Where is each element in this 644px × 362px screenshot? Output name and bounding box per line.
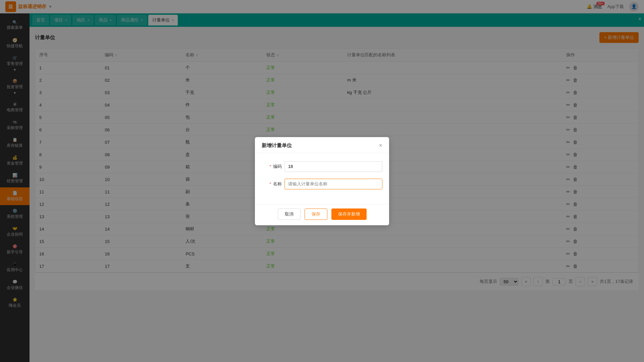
modal-overlay: 新增计量单位 × * 编码 * 名称 取消 保存 保存并新增 bbox=[0, 0, 644, 362]
modal-title: 新增计量单位 bbox=[262, 142, 292, 149]
cancel-button[interactable]: 取消 bbox=[278, 208, 301, 220]
modal-body: * 编码 * 名称 bbox=[255, 153, 389, 204]
code-label-text: 编码 bbox=[273, 164, 282, 169]
save-and-new-button[interactable]: 保存并新增 bbox=[331, 208, 367, 220]
code-input[interactable] bbox=[284, 161, 382, 172]
name-label-text: 名称 bbox=[273, 181, 282, 186]
modal-close-btn[interactable]: × bbox=[379, 142, 382, 148]
code-required-star: * bbox=[269, 164, 271, 169]
save-button[interactable]: 保存 bbox=[305, 208, 327, 220]
code-label: * 编码 bbox=[262, 164, 282, 170]
modal-header: 新增计量单位 × bbox=[255, 137, 389, 153]
form-row-name: * 名称 bbox=[262, 179, 382, 189]
name-input[interactable] bbox=[284, 179, 382, 189]
modal-footer: 取消 保存 保存并新增 bbox=[255, 204, 389, 225]
add-unit-modal: 新增计量单位 × * 编码 * 名称 取消 保存 保存并新增 bbox=[255, 137, 389, 225]
name-required-star: * bbox=[269, 181, 271, 186]
name-label: * 名称 bbox=[262, 181, 282, 187]
form-row-code: * 编码 bbox=[262, 161, 382, 172]
